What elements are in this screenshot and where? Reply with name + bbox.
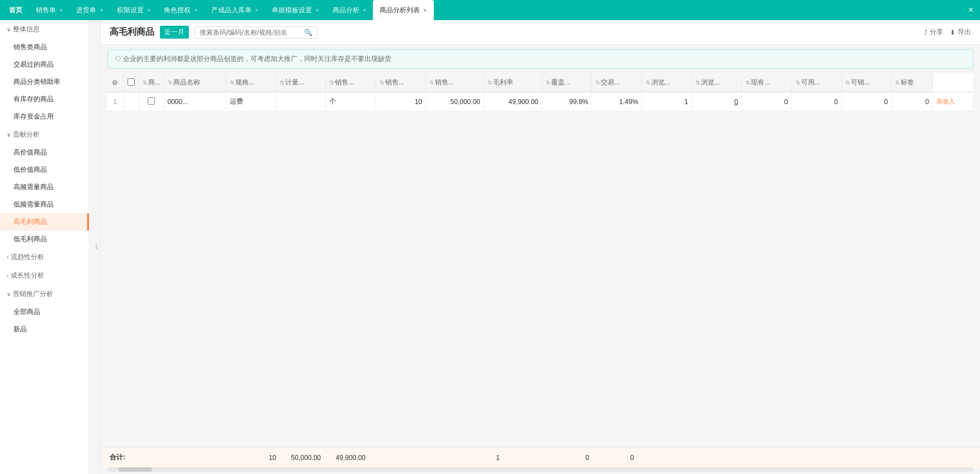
col-coverage[interactable]: ⇅覆盖... [542,73,591,92]
period-button[interactable]: 近一月 [160,26,189,39]
footer-available-stock: 0 [593,454,637,462]
footer-label: 合计: [110,453,125,462]
row-checkbox-cell[interactable] [139,92,164,111]
close-all-tabs-button[interactable]: × [964,5,978,15]
close-tab-permission-setup[interactable]: × [147,7,150,13]
close-tab-product-analysis[interactable]: × [363,7,366,13]
page-title: 高毛利商品 [110,26,154,38]
col-current-stock[interactable]: ⇅现有... [742,73,792,92]
sidebar-item-low-value-goods[interactable]: 低价值商品 [0,161,89,179]
col-browse2[interactable]: ⇅浏览... [692,73,741,92]
col-sales-qty[interactable]: ⇅销售... [326,73,376,92]
row-available-stock: 0 [841,92,891,111]
search-icon[interactable]: 🔍 [304,29,313,36]
sidebar-item-new-goods[interactable]: 新品 [0,321,89,338]
footer-current-stock: 0 [548,454,593,462]
col-sales-amount[interactable]: ⇅销售... [376,73,425,92]
footer-sales-amount: 50,000.00 [280,454,324,462]
sidebar-item-traded-goods[interactable]: 交易过的商品 [0,56,89,73]
footer-bar: 合计: 10 50,000.00 49,900.00 1 0 0 [101,447,980,467]
footer-transactions: 1 [458,454,503,462]
sidebar-item-all-goods[interactable]: 全部商品 [0,303,89,321]
bottom-scrollbar[interactable] [107,467,973,472]
sidebar-item-low-freq-goods[interactable]: 低频需量商品 [0,196,89,213]
sidebar-item-high-freq-goods[interactable]: 高频需量商品 [0,179,89,196]
col-spec[interactable]: ⇅规格... [226,73,276,92]
col-available-stock[interactable]: ⇅可用... [792,73,841,92]
search-input[interactable] [200,29,304,36]
table-body: 1 0000... 运费 个 10 50,000.00 49,900.00 99… [107,92,973,111]
row-code: 0000... [164,92,226,111]
sidebar-item-goods-analysis-rate[interactable]: 商品分类销助率 [0,73,89,91]
sidebar-item-high-value-goods[interactable]: 高价值商品 [0,144,89,161]
search-box[interactable]: 🔍 [195,26,318,39]
sidebar-item-high-margin-goods[interactable]: 高毛利商品 [0,213,89,231]
nav-tab-import-order[interactable]: 进货单 × [69,0,110,20]
export-button[interactable]: ⬇ 导出 [950,27,971,37]
row-spec [276,92,326,111]
row-checkbox[interactable] [148,97,155,105]
sidebar-group-marketing-analysis[interactable]: ∨ 营销推广分析 [0,285,89,303]
col-transactions[interactable]: ⇅交易... [592,73,642,92]
nav-tab-product-analysis-list[interactable]: 商品分析列表 × [373,0,433,20]
select-all-checkbox[interactable] [127,78,135,86]
close-tab-sales-order[interactable]: × [59,7,63,13]
sidebar-group-growth-analysis[interactable]: › 成长性分析 [0,266,89,285]
table-header-row: ⚙ ⇅商... ⇅商品名称 ⇅规格... ⇅计量... ⇅销售... ⇅销售..… [107,73,973,92]
row-browse2: 0 [742,92,792,111]
arrow-marketing-analysis: ∨ [7,291,11,297]
sidebar-collapse-button[interactable]: 《 [89,20,101,474]
export-icon: ⬇ [950,29,955,36]
row-unit: 个 [326,92,376,111]
nav-tab-product-import[interactable]: 产成品入库单 × [205,0,265,20]
goods-table: ⚙ ⇅商... ⇅商品名称 ⇅规格... ⇅计量... ⇅销售... ⇅销售..… [107,73,973,111]
scrollbar-thumb[interactable] [119,467,152,472]
col-unit[interactable]: ⇅计量... [276,73,326,92]
sidebar-group-trend-analysis[interactable]: › 流趋性分析 [0,248,89,266]
col-settings[interactable]: ⚙ [107,73,123,92]
arrow-asset-analysis: ∨ [7,132,11,138]
row-name: 运费 [226,92,276,111]
sidebar-group-asset-analysis[interactable]: ∨ 贡献分析 [0,125,89,144]
col-checkbox[interactable] [123,73,139,92]
arrow-trend-analysis: › [7,254,8,260]
col-name[interactable]: ⇅商品名称 [164,73,226,92]
close-tab-role-permission[interactable]: × [194,7,197,13]
close-tab-product-analysis-list[interactable]: × [423,7,427,13]
col-tag[interactable]: ⇅标签 [892,73,933,92]
close-tab-product-import[interactable]: × [255,7,258,13]
share-button[interactable]: ⤴ 分享 [924,27,943,37]
row-margin-rate: 99.8% [542,92,591,111]
table-container[interactable]: ⚙ ⇅商... ⇅商品名称 ⇅规格... ⇅计量... ⇅销售... ⇅销售..… [101,73,980,447]
nav-tab-role-permission[interactable]: 角色授权 × [157,0,204,20]
nav-tab-home[interactable]: 首页 [2,0,29,20]
row-browse1[interactable]: 0 [692,92,741,111]
row-tag: 高收入 [932,92,973,111]
col-browse1[interactable]: ⇅浏览... [642,73,692,92]
sidebar-group-overall-info[interactable]: ∨ 整体信息 [0,20,89,39]
col-sales-cost[interactable]: ⇅销售... [425,73,484,92]
table-row: 1 0000... 运费 个 10 50,000.00 49,900.00 99… [107,92,973,111]
info-banner: ◇ 企业的主要的利润都是这部分商品创造的，可考虑加大推广，同时关注库存是不要出现… [107,49,973,69]
footer-sales-cost: 49,900.00 [324,454,369,462]
row-settings-cell [123,92,139,111]
nav-tab-order-template[interactable]: 单据模板设置 × [265,0,325,20]
row-sales-cost: 49,900.00 [484,92,542,111]
top-nav-bar: 首页 销售单 × 进货单 × 权限设置 × 角色授权 × 产成品入库单 × 单据… [0,0,980,20]
col-code[interactable]: ⇅商... [139,73,164,92]
row-saleable-stock: 0 [892,92,933,111]
close-tab-import-order[interactable]: × [100,7,103,13]
content-header: 高毛利商品 近一月 🔍 ⤴ 分享 ⬇ 导出 [101,20,980,45]
sidebar-item-goods-in-stock[interactable]: 有库存的商品 [0,91,89,108]
sidebar-item-sales-ranking[interactable]: 销售类商品 [0,39,89,56]
header-right-actions: ⤴ 分享 ⬇ 导出 [924,27,971,37]
share-icon: ⤴ [924,29,927,36]
close-tab-order-template[interactable]: × [315,7,319,13]
nav-tab-product-analysis[interactable]: 商品分析 × [326,0,373,20]
nav-tab-permission-setup[interactable]: 权限设置 × [110,0,157,20]
col-margin-rate[interactable]: ⇅毛利率 [484,73,542,92]
col-saleable-stock[interactable]: ⇅可销... [841,73,891,92]
sidebar-item-low-margin-goods[interactable]: 低毛利商品 [0,231,89,248]
sidebar-item-stock-capital[interactable]: 库存资金占用 [0,108,89,125]
nav-tab-sales-order[interactable]: 销售单 × [29,0,69,20]
